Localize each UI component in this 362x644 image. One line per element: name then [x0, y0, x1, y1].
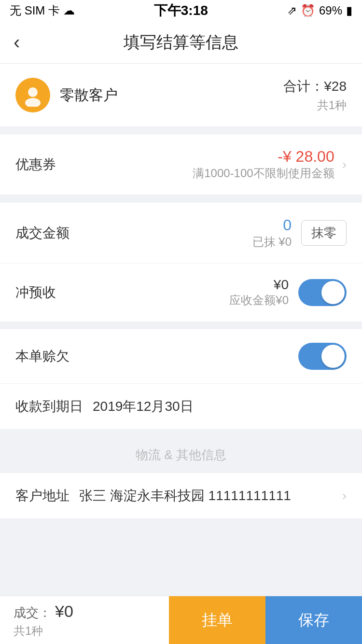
- svg-point-1: [25, 98, 41, 107]
- transaction-amount-values: 0 已抹 ¥0: [252, 216, 292, 250]
- bottom-info: 成交： ¥0 共1种: [0, 596, 169, 644]
- debit-label: 本单赊欠: [15, 347, 70, 365]
- status-bar: 无 SIM 卡 ☁ 下午3:18 ⇗ ⏰ 69% ▮: [0, 0, 362, 21]
- divider-1: [0, 126, 362, 134]
- transaction-amount-label: 成交金额: [15, 224, 70, 242]
- transaction-amount-sub: 已抹 ¥0: [252, 234, 292, 250]
- address-row[interactable]: 客户地址 张三 海淀永丰科技园 11111111111 ›: [0, 473, 362, 518]
- divider-3: [0, 322, 362, 329]
- prepayment-right: ¥0 应收金额¥0: [229, 277, 347, 308]
- bottom-bar: 成交： ¥0 共1种 挂单 保存: [0, 596, 362, 644]
- customer-right: 合计：¥28 共1种: [283, 77, 347, 113]
- divider-4: [0, 429, 362, 437]
- spacer-bottom: [0, 518, 362, 576]
- page-title: 填写结算等信息: [124, 31, 238, 54]
- prepayment-value: ¥0: [229, 277, 289, 293]
- due-date-row: 收款到期日 2019年12月30日: [0, 383, 362, 429]
- battery-label: 69%: [319, 4, 342, 17]
- toggle-knob-prepayment: [321, 281, 345, 304]
- customer-row: 零散客户 合计：¥28 共1种: [0, 64, 362, 126]
- coupon-discount: -¥ 28.00: [193, 148, 334, 166]
- battery-icon: ▮: [346, 4, 352, 17]
- due-date-value: 2019年12月30日: [93, 397, 194, 416]
- coupon-right: -¥ 28.00 满1000-100不限制使用金额 ›: [193, 148, 347, 181]
- status-right: ⇗ ⏰ 69% ▮: [287, 4, 352, 17]
- transaction-amount-right: 0 已抹 ¥0 抹零: [252, 216, 347, 250]
- logistics-label: 物流 & 其他信息: [136, 448, 226, 462]
- save-button-label: 保存: [298, 610, 329, 631]
- alarm-icon: ⏰: [301, 4, 315, 17]
- address-value: 张三 海淀永丰科技园 11111111111: [79, 487, 333, 505]
- customer-left: 零散客户: [15, 78, 118, 112]
- svg-point-0: [28, 87, 38, 97]
- address-chevron-icon: ›: [342, 488, 347, 504]
- prepayment-label: 冲预收: [15, 283, 56, 302]
- nav-bar: ‹ 填写结算等信息: [0, 21, 362, 64]
- back-button[interactable]: ‹: [14, 31, 20, 53]
- prepayment-sub: 应收金额¥0: [229, 293, 289, 308]
- bottom-count: 共1种: [14, 623, 155, 639]
- bottom-transaction: 成交： ¥0: [14, 602, 155, 621]
- debit-toggle[interactable]: [298, 343, 347, 370]
- status-left: 无 SIM 卡 ☁: [10, 3, 75, 18]
- transaction-amount-row: 成交金额 0 已抹 ¥0 抹零: [0, 203, 362, 264]
- hang-button-label: 挂单: [202, 610, 233, 631]
- location-icon: ⇗: [287, 4, 297, 17]
- coupon-note: 满1000-100不限制使用金额: [193, 166, 334, 181]
- save-button[interactable]: 保存: [265, 596, 362, 644]
- debit-row: 本单赊欠: [0, 329, 362, 383]
- coupon-info: -¥ 28.00 满1000-100不限制使用金额: [193, 148, 334, 181]
- prepayment-toggle[interactable]: [298, 279, 347, 306]
- prepayment-values: ¥0 应收金额¥0: [229, 277, 289, 308]
- due-date-label: 收款到期日: [15, 397, 83, 416]
- customer-name: 零散客户: [60, 85, 118, 105]
- divider-2: [0, 195, 362, 203]
- coupon-chevron-icon: ›: [342, 157, 347, 172]
- sim-status: 无 SIM 卡 ☁: [10, 3, 75, 18]
- coupon-label: 优惠券: [15, 155, 56, 174]
- prepayment-row: 冲预收 ¥0 应收金额¥0: [0, 264, 362, 322]
- address-label: 客户地址: [15, 487, 70, 505]
- transaction-amount-value: 0: [252, 216, 292, 234]
- hang-button[interactable]: 挂单: [169, 596, 265, 644]
- bottom-transaction-label: 成交：: [14, 604, 51, 621]
- toggle-knob-debit: [321, 345, 345, 368]
- bottom-transaction-amount: ¥0: [55, 602, 73, 621]
- round-zero-button[interactable]: 抹零: [301, 220, 347, 246]
- total-amount: 合计：¥28: [283, 77, 347, 96]
- status-time: 下午3:18: [154, 1, 208, 20]
- total-count: 共1种: [283, 98, 347, 113]
- customer-avatar: [15, 78, 50, 112]
- coupon-row[interactable]: 优惠券 -¥ 28.00 满1000-100不限制使用金额 ›: [0, 134, 362, 195]
- logistics-divider: 物流 & 其他信息: [0, 437, 362, 473]
